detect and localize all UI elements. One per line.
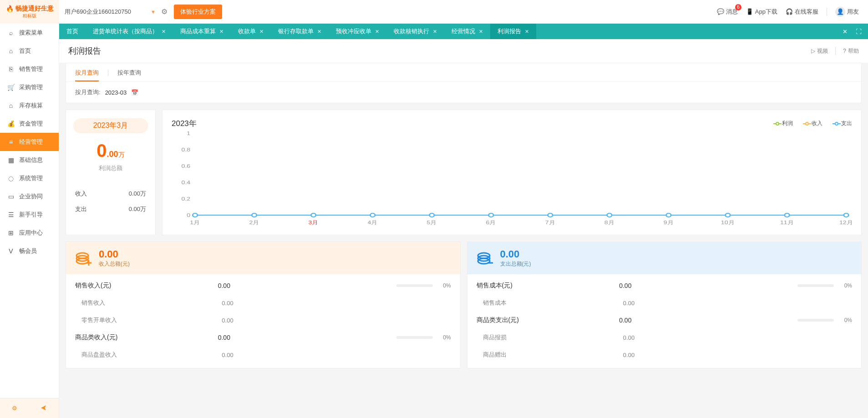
expense-icon: [476, 249, 494, 267]
tab-label: 利润报告: [497, 27, 521, 35]
income-amount: 0.00: [99, 248, 130, 260]
page-title: 利润报告: [68, 45, 101, 56]
svg-text:0: 0: [187, 212, 190, 218]
support-link[interactable]: 🎧 在线客服: [786, 8, 818, 16]
breakdown-row: 商品赠出0.00: [477, 346, 853, 363]
org-name: 用户690企业1660120750: [65, 8, 131, 16]
progress-bar: [797, 284, 834, 287]
sidebar-item-6[interactable]: ≡经营管理: [0, 133, 59, 151]
svg-text:0.6: 0.6: [182, 163, 191, 169]
sidebar-item-4[interactable]: ⌂库存核算: [0, 96, 59, 115]
query-panel: 按月查询按年查询 按月查询: 2023-03 📅: [66, 63, 862, 103]
gear-icon[interactable]: ⚙: [161, 7, 168, 16]
close-icon[interactable]: ✕: [259, 29, 264, 35]
svg-point-35: [489, 213, 493, 217]
user-label: 用友: [847, 8, 859, 16]
sidebar-item-label: 搜索菜单: [19, 29, 43, 37]
video-link[interactable]: ▷视频: [811, 47, 828, 55]
legend-item[interactable]: 收入: [803, 120, 822, 127]
query-value[interactable]: 2023-03: [105, 89, 127, 96]
svg-point-39: [726, 213, 730, 217]
query-tab-0[interactable]: 按月查询: [75, 69, 99, 81]
expense-amount: 0.00: [500, 248, 531, 260]
collapse-icon[interactable]: ⮜: [30, 398, 59, 418]
messages-link[interactable]: 💬 消息 6: [717, 8, 738, 16]
tab-0[interactable]: 首页: [59, 24, 86, 39]
calendar-icon[interactable]: 📅: [131, 89, 138, 96]
sidebar-item-11[interactable]: ⊞应用中心: [0, 224, 59, 242]
tab-2[interactable]: 商品成本重算✕: [173, 24, 231, 39]
close-icon[interactable]: ✕: [433, 29, 437, 35]
cta-button[interactable]: 体验行业方案: [174, 5, 222, 19]
org-selector[interactable]: 用户690企业1660120750 ▼: [65, 8, 156, 16]
svg-point-40: [785, 213, 789, 217]
summary-row: 收入0.00万: [73, 186, 148, 201]
sidebar-icon: ⌂: [7, 47, 15, 55]
tab-5[interactable]: 预收冲应收单✕: [329, 24, 386, 39]
help-link[interactable]: ?帮助: [843, 47, 859, 55]
sidebar-icon: ▭: [7, 193, 15, 200]
tab-6[interactable]: 收款核销执行✕: [386, 24, 444, 39]
close-icon[interactable]: ✕: [317, 29, 321, 35]
svg-text:4月: 4月: [367, 220, 377, 225]
sidebar-item-label: 新手引导: [19, 211, 43, 219]
sidebar-item-label: 首页: [19, 47, 31, 55]
sidebar-item-2[interactable]: ⎘销售管理: [0, 60, 59, 78]
close-icon[interactable]: ✕: [479, 29, 483, 35]
progress-bar: [797, 319, 834, 322]
sidebar-item-0[interactable]: ⌕搜索菜单: [0, 24, 59, 42]
summary-period: 2023年3月: [73, 118, 148, 133]
close-icon[interactable]: ✕: [219, 29, 223, 35]
tab-8[interactable]: 利润报告✕: [490, 24, 536, 39]
query-tab-1[interactable]: 按年查询: [117, 69, 141, 81]
legend-item[interactable]: 利润: [773, 120, 793, 127]
breakdown-row: 商品报损0.00: [477, 329, 853, 346]
income-subtitle: 收入总额(元): [99, 260, 130, 268]
svg-text:1月: 1月: [190, 220, 200, 225]
svg-text:9月: 9月: [664, 220, 674, 225]
sidebar: ⌕搜索菜单⌂首页⎘销售管理🛒采购管理⌂库存核算💰资金管理≡经营管理▦基础信息◌系…: [0, 24, 59, 418]
app-download-label: App下载: [755, 8, 777, 16]
close-icon[interactable]: ✕: [375, 29, 379, 35]
sidebar-item-1[interactable]: ⌂首页: [0, 42, 59, 60]
sidebar-icon: ▦: [7, 156, 15, 164]
sidebar-item-label: 销售管理: [19, 65, 43, 73]
svg-text:10月: 10月: [721, 220, 735, 225]
summary-row: 支出0.00万: [73, 201, 148, 217]
tabs-bar: 首页进货单统计表（按商品）✕商品成本重算✕收款单✕银行存取款单✕预收冲应收单✕收…: [59, 24, 868, 39]
sidebar-item-3[interactable]: 🛒采购管理: [0, 78, 59, 96]
profit-chart: 00.20.40.60.811月2月3月4月5月6月7月8月9月10月11月12…: [172, 129, 852, 229]
chart-title: 2023年: [172, 118, 197, 129]
sidebar-item-8[interactable]: ◌系统管理: [0, 169, 59, 187]
sidebar-item-10[interactable]: ☰新手引导: [0, 206, 59, 224]
tab-1[interactable]: 进货单统计表（按商品）✕: [86, 24, 173, 39]
avatar-icon: 👤: [835, 7, 845, 17]
svg-point-37: [607, 213, 612, 217]
sidebar-item-7[interactable]: ▦基础信息: [0, 151, 59, 169]
user-menu[interactable]: 👤 用友: [835, 7, 859, 17]
profit-total: 0.00万: [73, 141, 148, 160]
sidebar-item-label: 库存核算: [19, 101, 43, 110]
close-icon[interactable]: ✕: [162, 29, 166, 35]
tab-4[interactable]: 银行存取款单✕: [271, 24, 329, 39]
top-header: 🔥畅捷通好生意 精标版 用户690企业1660120750 ▼ ⚙ 体验行业方案…: [0, 0, 868, 24]
tab-7[interactable]: 经营情况✕: [444, 24, 490, 39]
play-icon: ▷: [811, 48, 815, 54]
sidebar-item-label: 应用中心: [19, 229, 43, 237]
logo-subtext: 精标版: [23, 13, 36, 19]
expand-icon[interactable]: ⛶: [853, 27, 864, 36]
settings-icon[interactable]: ⚙: [0, 398, 30, 418]
svg-text:5月: 5月: [427, 220, 437, 225]
svg-text:1: 1: [187, 131, 190, 136]
query-label: 按月查询:: [75, 88, 101, 96]
app-download-link[interactable]: 📱 App下载: [746, 8, 777, 16]
sidebar-item-12[interactable]: V畅会员: [0, 242, 59, 260]
sidebar-item-9[interactable]: ▭企业协同: [0, 187, 59, 206]
sidebar-icon: ⎘: [7, 65, 15, 73]
legend-item[interactable]: 支出: [832, 120, 852, 127]
sidebar-icon: ≡: [7, 138, 15, 146]
tab-3[interactable]: 收款单✕: [231, 24, 271, 39]
close-tab-icon[interactable]: ✕: [840, 27, 850, 36]
close-icon[interactable]: ✕: [525, 29, 529, 35]
sidebar-item-5[interactable]: 💰资金管理: [0, 115, 59, 133]
